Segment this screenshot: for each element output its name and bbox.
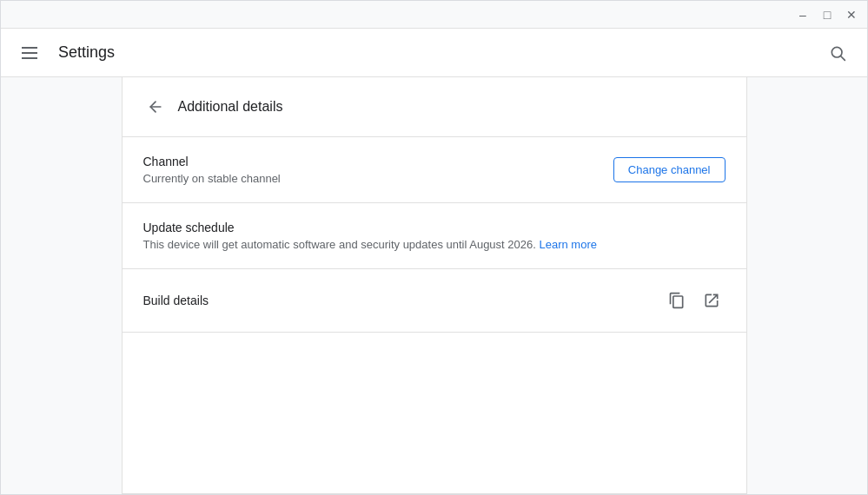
open-external-icon <box>703 292 720 309</box>
copy-build-button[interactable] <box>663 287 691 314</box>
build-details-label: Build details <box>143 294 209 307</box>
update-schedule-info: Update schedule This device will get aut… <box>143 221 726 251</box>
channel-info: Channel Currently on stable channel <box>143 155 613 185</box>
title-bar-controls: – □ ✕ <box>794 6 860 23</box>
copy-icon <box>668 292 686 309</box>
update-schedule-section: Update schedule This device will get aut… <box>123 203 746 269</box>
menu-icon[interactable] <box>15 40 44 66</box>
app-title: Settings <box>58 43 115 62</box>
page-header: Additional details <box>123 77 746 137</box>
channel-description: Currently on stable channel <box>143 172 613 185</box>
build-details-row: Build details <box>143 287 726 314</box>
channel-row: Channel Currently on stable channel Chan… <box>143 155 726 185</box>
build-icons <box>663 287 726 314</box>
page-title: Additional details <box>178 99 283 115</box>
window-frame: – □ ✕ Settings <box>0 0 868 495</box>
content-area: Additional details Channel Currently on … <box>1 77 867 494</box>
header-left: Settings <box>15 40 115 66</box>
empty-section <box>123 333 746 472</box>
change-channel-button[interactable]: Change channel <box>613 157 726 182</box>
settings-panel: Additional details Channel Currently on … <box>122 77 747 494</box>
title-bar: – □ ✕ <box>1 1 867 29</box>
minimize-button[interactable]: – <box>794 6 812 23</box>
app-header: Settings <box>1 29 867 77</box>
open-external-button[interactable] <box>698 287 726 314</box>
back-button[interactable] <box>143 95 168 119</box>
channel-label: Channel <box>143 155 613 168</box>
svg-line-1 <box>841 56 845 60</box>
update-schedule-description: This device will get automatic software … <box>143 238 726 251</box>
back-arrow-icon <box>147 98 164 116</box>
build-details-section: Build details <box>123 269 746 333</box>
search-button[interactable] <box>822 37 853 69</box>
search-icon <box>829 44 846 62</box>
close-button[interactable]: ✕ <box>843 6 860 23</box>
update-schedule-label: Update schedule <box>143 221 726 234</box>
maximize-button[interactable]: □ <box>818 6 836 23</box>
learn-more-link[interactable]: Learn more <box>539 238 596 251</box>
channel-section: Channel Currently on stable channel Chan… <box>123 137 746 203</box>
